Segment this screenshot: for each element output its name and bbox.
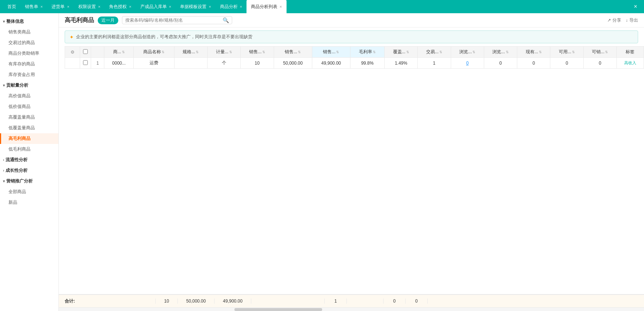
sidebar-item-low-margin[interactable]: 低毛利商品 (0, 144, 58, 155)
sidebar-group-overall[interactable]: ▾ 整体信息 (0, 16, 58, 27)
sidebar-item-stock-capital[interactable]: 库存资金占用 (0, 69, 58, 80)
footer-sales2: 50,000.00 (178, 299, 215, 304)
arrow-liquidity: › (3, 158, 4, 162)
sidebar-item-high-coverage[interactable]: 高覆盖量商品 (0, 112, 58, 123)
col-gear[interactable]: ⚙ (65, 47, 80, 58)
search-icon[interactable]: 🔍 (223, 17, 229, 23)
nav-template-settings[interactable]: 单据模板设置 × (176, 0, 215, 13)
sort-icon-available: ⇅ (572, 50, 575, 54)
sidebar-group-growth[interactable]: › 成长性分析 (0, 165, 58, 176)
sidebar-item-low-value[interactable]: 低价值商品 (0, 101, 58, 112)
arrow-growth: › (3, 169, 4, 173)
col-sales1[interactable]: 销售... ⇅ (241, 47, 274, 58)
info-banner: ✦ 企业的主要的利润都是这部分商品创造的，可考虑加大推广，同时关注库存是不要出现… (65, 30, 638, 43)
sidebar-toggle[interactable]: « (58, 155, 59, 170)
table-row: 1 0000... 运费 个 10 50,000.00 49,900.00 99… (65, 58, 644, 69)
page-title: 高毛利商品 (65, 17, 94, 24)
col-name[interactable]: 商品名称 ⇅ (133, 47, 174, 58)
nav-home[interactable]: 首页 (3, 0, 21, 13)
main-layout: ▾ 整体信息 销售类商品 交易过的商品 商品分类助销率 有库存的商品 库存资金占… (0, 13, 644, 311)
sidebar-item-sales-goods[interactable]: 销售类商品 (0, 27, 58, 37)
col-browse1[interactable]: 浏览... ⇅ (451, 47, 484, 58)
col-sales2[interactable]: 销售... ⇅ (274, 47, 312, 58)
col-current[interactable]: 现有... ⇅ (517, 47, 550, 58)
footer-sales3: 49,900.00 (215, 299, 251, 304)
col-sales3[interactable]: 销售... ⇅ (312, 47, 350, 58)
cell-sellable: 0 (583, 58, 616, 69)
col-unit[interactable]: 计量... ⇅ (208, 47, 241, 58)
col-code[interactable]: 商... ⇅ (104, 47, 133, 58)
time-filter-button[interactable]: 近一月 (98, 17, 118, 24)
col-coverage[interactable]: 覆盖... ⇅ (385, 47, 418, 58)
close-template-settings[interactable]: × (209, 4, 211, 9)
col-spec[interactable]: 规格... ⇅ (174, 47, 207, 58)
close-role-auth[interactable]: × (129, 4, 131, 9)
sidebar-item-category-rate[interactable]: 商品分类助销率 (0, 48, 58, 59)
nav-product-inbound[interactable]: 产成品入库单 × (136, 0, 176, 13)
sidebar-group-contribution[interactable]: ▾ 贡献量分析 (0, 80, 58, 91)
sort-icon-browse2: ⇅ (506, 50, 509, 54)
sort-icon-trade: ⇅ (439, 50, 442, 54)
cell-sales2: 50,000.00 (274, 58, 312, 69)
header-actions: ↗ 分享 ↓ 导出 (607, 17, 638, 23)
cell-available: 0 (550, 58, 583, 69)
nav-product-analysis[interactable]: 商品分析 × (216, 0, 247, 13)
search-box: 🔍 (122, 16, 232, 24)
row-checkbox[interactable] (83, 60, 88, 65)
share-button[interactable]: ↗ 分享 (607, 17, 621, 23)
close-purchase-order[interactable]: × (67, 4, 69, 9)
sort-icon-sales3: ⇅ (336, 50, 339, 54)
close-sales-order[interactable]: × (40, 4, 43, 9)
gear-icon[interactable]: ⚙ (71, 50, 75, 55)
nav-sales-order[interactable]: 销售单 × (21, 0, 47, 13)
sidebar: ▾ 整体信息 销售类商品 交易过的商品 商品分类助销率 有库存的商品 库存资金占… (0, 13, 59, 311)
scrollbar-thumb[interactable] (234, 308, 322, 311)
cell-sales3: 49,900.00 (312, 58, 350, 69)
cell-tag: 高收入 (616, 58, 644, 69)
table-footer: 合计: 10 50,000.00 49,900.00 1 0 0 (59, 294, 644, 307)
cell-current: 0 (517, 58, 550, 69)
select-all-checkbox[interactable] (83, 49, 88, 54)
col-browse2[interactable]: 浏览... ⇅ (484, 47, 517, 58)
data-table: ⚙ 商... ⇅ (65, 46, 644, 69)
nav-product-analysis-list[interactable]: 商品分析列表 × (247, 0, 286, 13)
sidebar-group-marketing[interactable]: ▾ 营销推广分析 (0, 176, 58, 187)
bottom-scrollbar[interactable] (59, 307, 644, 311)
search-input[interactable] (125, 18, 223, 23)
footer-current: 0 (384, 299, 406, 304)
col-sellable[interactable]: 可销... ⇅ (583, 47, 616, 58)
nav-role-auth[interactable]: 角色授权 × (105, 0, 136, 13)
sidebar-item-traded-goods[interactable]: 交易过的商品 (0, 37, 58, 48)
sidebar-item-new-goods[interactable]: 新品 (0, 197, 58, 208)
col-gross-rate[interactable]: 毛利率 ⇅ (350, 47, 384, 58)
sort-icon-gross-rate: ⇅ (373, 50, 376, 54)
window-close-button[interactable]: × (630, 0, 641, 13)
cell-gross-rate: 99.8% (350, 58, 384, 69)
sidebar-item-high-margin[interactable]: 高毛利商品 (0, 133, 58, 144)
nav-permission-settings[interactable]: 权限设置 × (74, 0, 105, 13)
footer-available: 0 (406, 299, 428, 304)
sidebar-item-in-stock[interactable]: 有库存的商品 (0, 59, 58, 69)
sidebar-group-liquidity[interactable]: › 流通性分析 (0, 155, 58, 165)
share-icon: ↗ (607, 18, 611, 23)
close-permission-settings[interactable]: × (98, 4, 100, 9)
cell-browse2: 0 (484, 58, 517, 69)
nav-purchase-order[interactable]: 进货单 × (47, 0, 73, 13)
col-available[interactable]: 可用... ⇅ (550, 47, 583, 58)
close-product-analysis[interactable]: × (240, 4, 242, 9)
col-index (91, 47, 104, 58)
col-checkbox[interactable] (80, 47, 91, 58)
sidebar-item-high-value[interactable]: 高价值商品 (0, 91, 58, 101)
col-trade[interactable]: 交易... ⇅ (418, 47, 451, 58)
cell-coverage: 1.49% (385, 58, 418, 69)
cell-browse1[interactable]: 0 (451, 58, 484, 69)
sidebar-item-low-coverage[interactable]: 低覆盖量商品 (0, 123, 58, 133)
cell-trade: 1 (418, 58, 451, 69)
col-tag: 标签 (616, 47, 644, 58)
export-button[interactable]: ↓ 导出 (626, 17, 638, 23)
sidebar-item-all-goods[interactable]: 全部商品 (0, 187, 58, 197)
close-product-inbound[interactable]: × (169, 4, 171, 9)
close-product-analysis-list[interactable]: × (280, 4, 282, 9)
cell-checkbox[interactable] (80, 58, 91, 69)
cell-gear (65, 58, 80, 69)
